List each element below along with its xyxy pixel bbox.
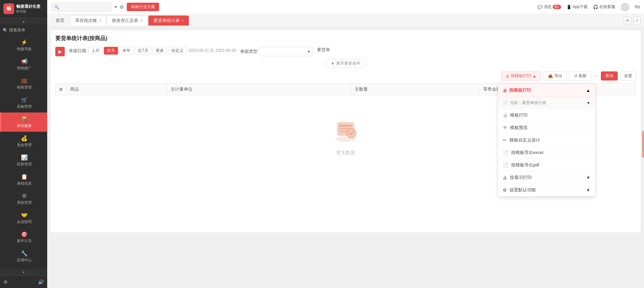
svg-rect-2 [339, 125, 352, 127]
messages-badge: 99+ [553, 5, 561, 9]
template-export-excel-item[interactable]: 📄 按模板导出excel [498, 147, 595, 159]
current-arrow-icon: ▼ [586, 101, 590, 105]
more-options-icon[interactable]: ··· [594, 73, 598, 79]
inventory-icon: 📦 [21, 116, 28, 122]
export-button[interactable]: 📤 导出 [544, 71, 567, 81]
period-7days[interactable]: 近7天 [135, 47, 151, 55]
app-download-item[interactable]: 📱 App下载 [566, 4, 588, 10]
system-icon: ⚙ [22, 193, 27, 199]
sidebar-item-purchase[interactable]: 🛒 采购管理 [0, 93, 47, 113]
sidebar-item-inventory[interactable]: 📦 库存核算 [0, 113, 47, 132]
query-button[interactable]: 查询 [601, 71, 618, 81]
period-this-month[interactable]: 本月 [104, 47, 118, 55]
print-dropdown-header[interactable]: 🖨 按模板打印 ▲ [498, 84, 595, 97]
sidebar-item-system[interactable]: ⚙ 系统管理 [0, 189, 47, 209]
period-custom[interactable]: 自定义 [168, 47, 186, 55]
print-template-button[interactable]: 🖨 按模板打印 ▲ [501, 71, 541, 81]
right-scrollbar[interactable] [642, 131, 644, 158]
topbar-right: 💬 消息 99+ 📱 App下载 🎧 在线客服 Rit [537, 3, 640, 11]
yaohuo-filter-label: 要货单 [317, 47, 330, 53]
quick-nav-icon: ⚡ [21, 39, 28, 45]
current-doc-icon: 📄 [503, 101, 508, 105]
period-last-month[interactable]: 上月 [88, 47, 103, 55]
sidebar-item-collab[interactable]: 🤝 企业协同 [0, 209, 47, 228]
template-preview-item[interactable]: 👁 模板预览 [498, 122, 595, 134]
sidebar-item-quick-nav[interactable]: ⚡ 快捷导航 [0, 36, 47, 55]
collab-icon: 🤝 [21, 212, 28, 218]
sidebar-scroll-up[interactable]: ▲ [0, 18, 47, 25]
sidebar-item-wechat[interactable]: 💬 企业微信 [0, 266, 47, 269]
content-card: 要货单统计表(按商品) ▶ 单据日期 上月 本月 本年 近7天 更多 自定义 2… [51, 30, 641, 232]
trial-button[interactable]: 体验行业方案 [127, 3, 159, 11]
volume-icon[interactable]: 🔊 [38, 279, 44, 285]
template-print-icon: 🖨 [503, 113, 507, 118]
filter-bar: ▶ 单据日期 上月 本月 本年 近7天 更多 自定义 2023-06-01 至 … [55, 47, 636, 56]
period-this-year[interactable]: 本年 [119, 47, 134, 55]
print-dropdown-collapse-icon: ▲ [586, 88, 590, 93]
sidebar-item-sales[interactable]: 💼 销售管理 [0, 74, 47, 93]
page-title: 要货单统计表(按商品) [55, 35, 636, 42]
sidebar-item-operations[interactable]: 📊 经营管理 [0, 151, 47, 170]
period-more[interactable]: 更多 [153, 47, 167, 55]
default-func-arrow: ▼ [586, 188, 590, 193]
tab-order-stats-close[interactable]: × [182, 19, 184, 23]
tab-batch-accounts[interactable]: 库存批次账 × [70, 15, 106, 26]
table-settings-th[interactable]: ⚙ [56, 84, 67, 95]
type-select-box[interactable]: ▾ [259, 47, 313, 56]
topbar-gear-icon[interactable]: ⚙ [120, 4, 124, 10]
appstore-icon: 🔧 [21, 250, 28, 257]
settings-icon[interactable]: ⚙ [3, 279, 8, 285]
print-header-icon: 🖨 [503, 88, 507, 93]
operations-icon: 📊 [21, 154, 28, 161]
tab-close-all-button[interactable]: ✕ [624, 17, 631, 24]
topbar-dropdown[interactable]: ▾ [115, 4, 117, 9]
basics-icon: 📋 [21, 173, 28, 180]
finance-icon: 💰 [21, 135, 28, 141]
sidebar-scroll: ⚡ 快捷导航 📢 营销推广 💼 销售管理 🛒 采购管理 📦 库存核算 💰 资金管… [0, 36, 47, 269]
sidebar-item-marketing[interactable]: 📢 营销推广 [0, 55, 47, 74]
tab-order-stats[interactable]: 要货单统计表 × [148, 15, 189, 26]
main-area: 🔍 ▾ ⚙ 体验行业方案 💬 消息 99+ 📱 App下载 🎧 在线客服 [47, 0, 644, 288]
display-print-item[interactable]: 🖨 按显示打印 ▼ [498, 171, 595, 184]
sidebar-bottom: ⚙ 🔊 [0, 276, 47, 288]
type-filter-group: 单据类型 ▾ [240, 47, 313, 56]
tab-expand-button[interactable]: ⤢ [633, 17, 641, 24]
online-service-item[interactable]: 🎧 在线客服 [593, 4, 615, 10]
expand-more-button[interactable]: ▼ 展开更多条件 [325, 59, 366, 68]
topbar-search[interactable]: 🔍 [51, 3, 112, 11]
svg-point-5 [347, 128, 356, 138]
template-export-pdf-item[interactable]: 📄 按模板导出pdf [498, 159, 595, 171]
tab-batch-accounts-close[interactable]: × [99, 19, 101, 23]
tab-home[interactable]: 首页 [51, 15, 69, 26]
sidebar-item-finance[interactable]: 💰 资金管理 [0, 132, 47, 151]
user-avatar[interactable] [621, 3, 630, 11]
newbie-icon: 🎯 [21, 231, 28, 237]
filter-toggle-button[interactable]: ▶ [55, 47, 65, 56]
template-design-item[interactable]: ✏ 模板自定义设计 [498, 134, 595, 147]
app-download-icon: 📱 [566, 5, 572, 9]
tabs-controls: ✕ ⤢ [624, 17, 641, 24]
empty-text: 暂无数据 [336, 150, 355, 156]
settings-button[interactable]: 设置 [620, 71, 636, 81]
sidebar-item-appstore[interactable]: 🔧 应用中心 [0, 247, 47, 266]
sidebar-item-newbie[interactable]: 🎯 新手引导 [0, 228, 47, 247]
messages-item[interactable]: 💬 消息 99+ [537, 4, 561, 10]
tab-receipt-summary[interactable]: 收发存汇总表 × [107, 15, 147, 26]
logo-icon: 畅 [3, 3, 14, 14]
date-period-buttons: 上月 本月 本年 近7天 更多 自定义 [88, 47, 186, 55]
marketing-icon: 📢 [21, 58, 28, 65]
date-filter-label: 单据日期 [69, 48, 86, 54]
sales-icon: 💼 [21, 77, 28, 84]
sidebar-scroll-down[interactable]: ▼ [0, 269, 47, 276]
user-name[interactable]: Rit [635, 5, 640, 9]
print-current-label: 📄 当前：要货单统计表 ▼ [498, 97, 595, 109]
tab-receipt-summary-close[interactable]: × [140, 19, 142, 23]
select-arrow-icon: ▾ [308, 49, 310, 54]
default-function-item[interactable]: ⚙ 设置默认功能 ▼ [498, 184, 595, 196]
page-content: 要货单统计表(按商品) ▶ 单据日期 上月 本月 本年 近7天 更多 自定义 2… [47, 27, 644, 288]
sidebar-item-basics[interactable]: 📋 基础信息 [0, 170, 47, 189]
date-filter-group: 单据日期 上月 本月 本年 近7天 更多 自定义 2023-06-01 至 20… [69, 47, 236, 55]
refresh-button[interactable]: ↺ 刷新 [569, 71, 591, 81]
template-print-item[interactable]: 🖨 模板打印 [498, 109, 595, 122]
sidebar-search[interactable]: 🔍 搜索菜单 [0, 25, 47, 36]
